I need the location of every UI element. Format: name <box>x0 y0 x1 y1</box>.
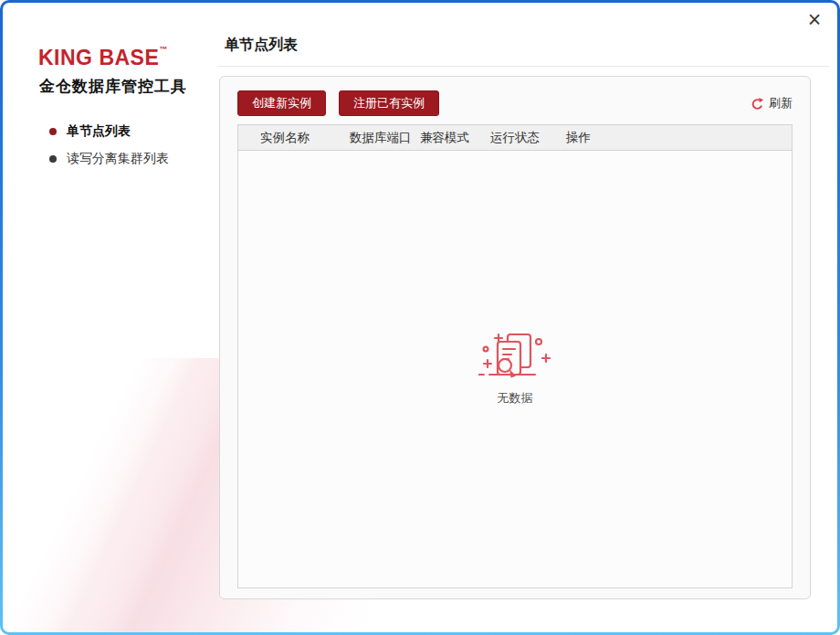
refresh-button[interactable]: 刷新 <box>751 95 793 111</box>
app-window: × KING BASE™ 金仓数据库管控工具 单节点列表 读写分离集群列表 单节… <box>0 0 840 635</box>
table-header-row: 实例名称 数据库端口 兼容模式 运行状态 操作 <box>237 124 793 151</box>
empty-state-label: 无数据 <box>498 390 533 407</box>
title-divider <box>218 66 829 67</box>
register-instance-button[interactable]: 注册已有实例 <box>339 90 439 116</box>
bullet-icon <box>49 155 57 163</box>
sidebar-menu: 单节点列表 读写分离集群列表 <box>49 118 169 173</box>
sidebar-item-label: 单节点列表 <box>67 123 131 140</box>
no-data-icon <box>478 333 551 382</box>
column-header-actions: 操作 <box>566 130 792 146</box>
trademark-mark: ™ <box>159 45 168 54</box>
app-title: 金仓数据库管控工具 <box>39 76 187 97</box>
sidebar-item-label: 读写分离集群列表 <box>67 151 169 167</box>
column-header-database-port: 数据库端口 <box>350 130 420 146</box>
sidebar-item-single-node-list[interactable]: 单节点列表 <box>49 118 169 145</box>
close-icon[interactable]: × <box>803 6 826 32</box>
window-content: × KING BASE™ 金仓数据库管控工具 单节点列表 读写分离集群列表 单节… <box>3 3 837 632</box>
sidebar-item-rw-split-cluster-list[interactable]: 读写分离集群列表 <box>49 145 169 173</box>
bullet-icon <box>49 128 57 135</box>
column-header-instance-name: 实例名称 <box>238 130 350 146</box>
column-header-compat-mode: 兼容模式 <box>420 130 490 146</box>
kingbase-logo-text: KING BASE <box>38 46 159 69</box>
refresh-label: 刷新 <box>769 95 793 111</box>
toolbar: 创建新实例 注册已有实例 刷新 <box>237 90 793 116</box>
refresh-icon <box>751 97 764 111</box>
column-header-run-status: 运行状态 <box>490 130 566 146</box>
page-title: 单节点列表 <box>225 36 298 55</box>
empty-state: 无数据 <box>478 333 551 407</box>
kingbase-logo: KING BASE™ <box>38 45 168 70</box>
instance-table: 实例名称 数据库端口 兼容模式 运行状态 操作 <box>237 124 793 588</box>
table-body: 无数据 <box>237 151 793 588</box>
create-instance-button[interactable]: 创建新实例 <box>237 90 326 116</box>
instance-list-panel: 创建新实例 注册已有实例 刷新 实例名称 数据库端口 兼容模式 运行状态 操作 <box>219 76 811 599</box>
